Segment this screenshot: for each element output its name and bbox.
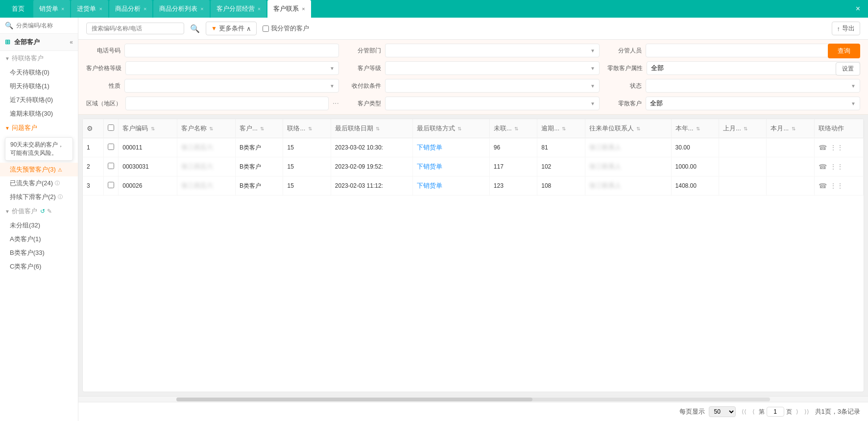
cell-last-month-0 [719, 138, 766, 157]
settings-button[interactable]: 设置 [836, 62, 860, 75]
value-refresh-icon[interactable]: ↺ [40, 208, 45, 215]
sort-uncontacted-icon[interactable]: ⇅ [514, 126, 518, 131]
row-checkbox-1[interactable] [108, 163, 114, 169]
sort-liaison-icon[interactable]: ⇅ [636, 126, 640, 131]
contact-action-icon-0[interactable]: ☎ [819, 144, 827, 151]
table-footer: 每页显示 50 20 100 ⟨⟨ ⟨ 第 页 ⟩ ⟩⟩ 共1页，3条记录 [78, 402, 868, 421]
payment-select[interactable]: ▼ [385, 79, 600, 93]
tab-product-analysis[interactable]: 商品分析 × [109, 0, 152, 18]
sidebar-group-pending[interactable]: ▼ 待联络客户 [0, 51, 78, 66]
my-customers-checkbox-label[interactable]: 我分管的客户 [263, 24, 309, 33]
sidebar-item-declining[interactable]: 持续下滑客户(2) ⓘ [0, 190, 78, 204]
price-grade-select[interactable]: ▼ [125, 61, 339, 75]
manager-select[interactable] [646, 44, 850, 57]
close-product-analysis-icon[interactable]: × [144, 6, 146, 12]
sort-code-icon[interactable]: ⇅ [151, 126, 155, 131]
export-button[interactable]: ↑ 导出 [832, 22, 861, 35]
sort-type-icon[interactable]: ⇅ [260, 126, 264, 131]
sidebar-item-churn-warning[interactable]: 流失预警客户(3) ⚠ [0, 163, 78, 176]
close-customer-contact-icon[interactable]: × [302, 6, 305, 12]
retail-attr-select[interactable]: 全部 ▼ [647, 61, 860, 75]
sidebar-all-customers[interactable]: ⊞ 全部客户 « [0, 34, 78, 51]
more-action-icon-2[interactable]: ⋮⋮ [830, 182, 844, 190]
row-checkbox-0[interactable] [108, 144, 114, 150]
retail-customer-label: 零散客户 [607, 99, 642, 108]
sort-overdue-icon[interactable]: ⇅ [562, 126, 566, 131]
close-purchase-order-icon[interactable]: × [99, 6, 102, 12]
cell-name-2: 张三四五六 [177, 176, 235, 196]
table-header-row: ⚙ 客户编码 ⇅ 客户名称 ⇅ [83, 119, 864, 138]
contact-method-link-2[interactable]: 下销货单 [417, 182, 442, 189]
close-customer-layer-icon[interactable]: × [258, 6, 261, 12]
sort-name-icon[interactable]: ⇅ [209, 126, 213, 131]
region-input[interactable] [125, 97, 329, 110]
sort-current-month-icon[interactable]: ⇅ [792, 126, 796, 131]
sidebar-item-churned[interactable]: 已流失客户(24) ⓘ [0, 176, 78, 190]
table-settings-icon[interactable]: ⚙ [87, 124, 93, 132]
tab-sales-order[interactable]: 销货单 × [33, 0, 70, 18]
tab-customer-contact[interactable]: 客户联系 × [267, 0, 311, 18]
close-sales-order-icon[interactable]: × [61, 6, 64, 12]
more-action-icon-0[interactable]: ⋮⋮ [830, 144, 844, 151]
tab-product-analysis-list[interactable]: 商品分析列表 × [153, 0, 209, 18]
tab-purchase-order[interactable]: 进货单 × [71, 0, 108, 18]
select-all-checkbox[interactable] [108, 124, 114, 131]
contact-action-icon-2[interactable]: ☎ [819, 182, 827, 190]
window-close-button[interactable]: × [852, 4, 864, 13]
sidebar-item-7day-pending[interactable]: 近7天待联络(0) [0, 93, 78, 107]
sidebar-item-class-a[interactable]: A类客户(1) [0, 232, 78, 246]
more-action-icon-1[interactable]: ⋮⋮ [830, 163, 844, 171]
region-dots-icon[interactable]: ··· [333, 99, 339, 108]
page-size-select[interactable]: 50 20 100 [709, 406, 736, 417]
more-chevron-icon: ∧ [246, 25, 251, 32]
prev-page-button[interactable]: ⟨ [750, 407, 757, 416]
home-tab[interactable]: 首页 [4, 0, 32, 18]
contact-action-icon-1[interactable]: ☎ [819, 163, 827, 171]
search-button[interactable]: 🔍 [190, 24, 200, 33]
filter-row-status: 状态 ▼ [607, 79, 860, 93]
dept-select[interactable]: ▼ [385, 44, 600, 57]
sidebar-item-class-b[interactable]: B类客户(33) [0, 246, 78, 260]
sidebar-item-overdue-contact[interactable]: 逾期未联络(30) [0, 107, 78, 121]
more-conditions-button[interactable]: ▼ 更多条件 ∧ [206, 22, 257, 35]
sidebar-group-problem[interactable]: ▼ 问题客户 [0, 121, 78, 135]
last-page-button[interactable]: ⟩⟩ [802, 407, 811, 416]
row-checkbox-2[interactable] [108, 182, 114, 188]
sort-contact-icon[interactable]: ⇅ [308, 126, 312, 131]
contact-method-link-1[interactable]: 下销货单 [417, 163, 442, 170]
nature-select[interactable]: ▼ [124, 79, 339, 93]
customer-grade-select[interactable]: ▼ [385, 61, 600, 75]
value-edit-icon[interactable]: ✎ [47, 208, 52, 215]
scroll-thumb[interactable] [176, 397, 532, 401]
payment-chevron-icon: ▼ [590, 83, 595, 89]
contact-method-link-0[interactable]: 下销货单 [417, 144, 442, 151]
sidebar-group-value[interactable]: ▼ 价值客户 ↺ ✎ [0, 204, 78, 219]
filter-row-price-grade: 客户价格等级 ▼ [86, 61, 339, 75]
sort-date-icon[interactable]: ⇅ [376, 126, 380, 131]
phone-input[interactable] [124, 44, 339, 57]
search-input[interactable] [86, 23, 184, 34]
horizontal-scrollbar[interactable] [78, 396, 868, 402]
sort-last-month-icon[interactable]: ⇅ [744, 126, 747, 131]
tab-customer-layer[interactable]: 客户分层经营 × [211, 0, 266, 18]
sidebar-item-class-c[interactable]: C类客户(6) [0, 260, 78, 273]
sidebar-collapse-icon[interactable]: « [70, 39, 73, 46]
page-number-input[interactable] [767, 407, 784, 417]
next-page-button[interactable]: ⟩ [794, 407, 800, 416]
sidebar-item-today-pending[interactable]: 今天待联络(0) [0, 66, 78, 79]
close-product-analysis-list-icon[interactable]: × [200, 6, 203, 12]
sidebar-item-tomorrow-pending[interactable]: 明天待联络(1) [0, 79, 78, 93]
first-page-button[interactable]: ⟨⟨ [740, 407, 748, 416]
liaison-blurred-1: 张三联系人 [589, 163, 621, 170]
status-select[interactable]: ▼ [646, 79, 860, 93]
cell-actions-1: ☎ ⋮⋮ [814, 157, 863, 176]
status-chevron-icon: ▼ [851, 83, 856, 89]
sidebar-item-ungrouped[interactable]: 未分组(32) [0, 219, 78, 232]
customer-type-select[interactable]: ▼ [385, 97, 600, 110]
query-button[interactable]: 查询 [828, 44, 860, 58]
sidebar-search-input[interactable] [16, 22, 73, 29]
my-customers-checkbox[interactable] [263, 25, 269, 32]
sort-year-icon[interactable]: ⇅ [696, 126, 700, 131]
sort-method-icon[interactable]: ⇅ [458, 126, 461, 131]
retail-customer-select[interactable]: 全部 ▼ [646, 97, 860, 110]
